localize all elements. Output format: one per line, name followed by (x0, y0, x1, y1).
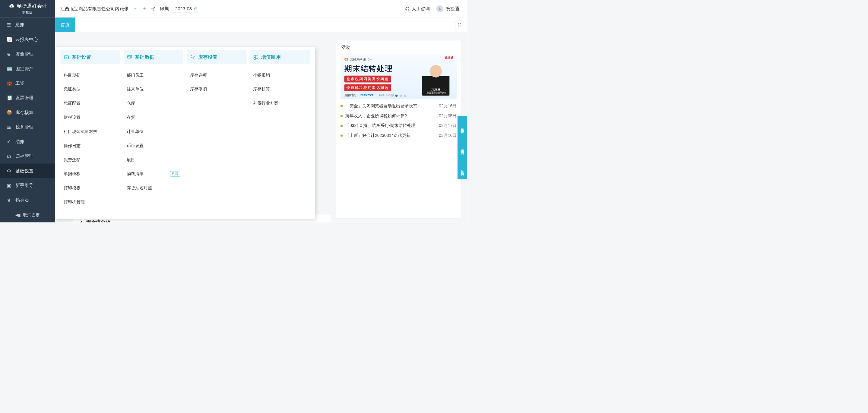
banner-pill-2: 快速解决税期常见问题 (344, 85, 391, 91)
mega-item[interactable]: 打印模板 (60, 181, 120, 195)
mega-item[interactable]: 打印机管理 (60, 195, 120, 209)
svg-rect-2 (194, 7, 197, 10)
mega-head: 库存设置 (187, 50, 247, 64)
banner-brand-logo: 畅捷通 (444, 56, 453, 60)
mega-item[interactable]: 外贸行业方案 (250, 96, 310, 110)
sidebar-item-report-center[interactable]: 📈云报表中心 (0, 32, 55, 47)
tabs-row: 首页 (55, 18, 467, 32)
svg-text:¥: ¥ (66, 56, 67, 59)
mega-head: 基础数据 (124, 50, 184, 64)
mega-item[interactable]: 库存期初 (187, 82, 247, 96)
brand-logo: ¥ 畅捷通好会计 旗舰版 (0, 0, 55, 18)
mega-item[interactable]: 小畅报销 (250, 68, 310, 82)
activity-banner[interactable]: 03 结账系列课（一） 期末结转处理 盘点税期四类高发问题 快速解决税期常见问题… (341, 54, 457, 99)
news-item[interactable]: 「上新」好会计20230314迭代更新 03月16日 (341, 133, 457, 138)
bullet-icon (341, 115, 343, 117)
sidebar-item-archive[interactable]: 🗂归档管理 (0, 149, 55, 163)
mega-item[interactable]: 库存核算 (250, 82, 310, 96)
topbar-right: 人工咨询 畅捷通 (405, 5, 467, 12)
user-name: 畅捷通 (446, 6, 459, 12)
sidebar-item-guide[interactable]: ▣新手引导 (0, 178, 55, 193)
mega-item[interactable]: 物料清单列表 (124, 167, 184, 181)
period-picker[interactable]: 2023-03 (172, 5, 199, 12)
sidebar-item-funds[interactable]: ⊕资金管理 (0, 47, 55, 61)
brand-name: 畅捷通好会计 (17, 3, 47, 9)
news-item[interactable]: 「0321直播」结账系列-期末结转处理 03月17日 (341, 123, 457, 128)
chevron-down-icon (133, 7, 136, 10)
brand-edition: 旗舰版 (22, 10, 33, 15)
check-icon: ✔ (7, 139, 11, 145)
sidebar-item-inventory[interactable]: 📦库存核算 (0, 105, 55, 120)
float-shortcut-button[interactable]: 桌面快捷 (458, 137, 467, 158)
bullet-icon (341, 105, 343, 107)
speaker-photo: 冯慧琳 （畅捷通资深咨询师） (422, 63, 450, 96)
svg-point-1 (153, 8, 154, 9)
sidebar-item-fixed-assets[interactable]: 🏢固定资产 (0, 61, 55, 76)
banner-time: 直播时间： 2023/03/21 （14:00-15:00） (344, 93, 419, 97)
fullscreen-button[interactable] (455, 21, 464, 29)
support-button[interactable]: 人工咨询 (405, 6, 430, 12)
period-block: 账期 2023-03 (160, 5, 199, 12)
mega-item[interactable]: 计量单位 (124, 125, 184, 139)
mega-item[interactable]: 币种设置 (124, 139, 184, 153)
carousel-dots[interactable] (391, 95, 406, 97)
activity-title: 活动 (341, 44, 457, 50)
company-selector[interactable]: 江西服宝精品有限责任公司内账张 (55, 6, 142, 12)
mega-item[interactable]: 凭证配置 (60, 96, 120, 110)
activity-panel: 活动 03 结账系列课（一） 期末结转处理 盘点税期四类高发问题 快速解决税期常… (336, 40, 461, 218)
tab-home[interactable]: 首页 (55, 18, 75, 32)
news-item[interactable]: 「安全」关闭浏览器自动退出登录状态 02月16日 (341, 103, 457, 109)
sidebar-item-vip[interactable]: ♛畅会员 (0, 193, 55, 208)
sidebar-item-invoice[interactable]: 🧾发票管理 (0, 90, 55, 105)
float-follow-button[interactable]: 关注有礼 (458, 158, 467, 179)
sidebar-item-basic-settings[interactable]: ⚙基础设置 (0, 164, 55, 178)
mega-item[interactable]: 项目 (124, 153, 184, 167)
settings-group-icon: ¥ (64, 55, 69, 60)
mega-item[interactable]: 账套迁移 (60, 153, 120, 167)
bullet-icon (341, 134, 343, 137)
main-area: Icon 暂无 Icon 暂无 Icon 暂无 设置 (55, 32, 467, 222)
company-name: 江西服宝精品有限责任公司内账张 (60, 6, 128, 12)
play-icon: ▣ (7, 183, 11, 188)
mega-item[interactable]: 科目期初 (60, 68, 120, 82)
sidebar-unpin-button[interactable]: ◀▮ 取消固定 (0, 208, 55, 222)
data-group-icon (127, 55, 132, 60)
mega-col-value-added: 增值应用 小畅报销 库存核算 外贸行业方案 (248, 47, 311, 214)
sidebar-item-tax[interactable]: ⚖税务管理 (0, 120, 55, 134)
list-tag: 列表 (170, 171, 180, 177)
mega-item[interactable]: 往来单位 (124, 82, 184, 96)
mega-item[interactable]: 部门员工 (124, 68, 184, 82)
mega-item[interactable]: 存货 (124, 110, 184, 125)
headset-icon (405, 6, 410, 11)
mega-item[interactable]: 存货别名对照 (124, 181, 184, 195)
mega-menu: ¥ 基础设置 科目期初 凭证类型 凭证配置 财税设置 科目现金流量对照 操作日志… (55, 47, 315, 219)
period-value: 2023-03 (175, 6, 192, 11)
user-menu[interactable]: 畅捷通 (436, 5, 459, 12)
sidebar-item-salary[interactable]: 💼工资 (0, 76, 55, 90)
ledger-icon: ☰ (7, 22, 11, 27)
news-list: 「安全」关闭浏览器自动退出登录状态 02月16日 跨年收入，企业所得税如何计算?… (341, 103, 457, 138)
sidebar-item-close-period[interactable]: ✔结账 (0, 134, 55, 149)
float-import-button[interactable]: 立即导账 (458, 116, 467, 137)
sidebar-item-general-ledger[interactable]: ☰总账 (0, 18, 55, 32)
period-label: 账期 (160, 6, 169, 12)
mega-item[interactable]: 财税设置 (60, 110, 120, 125)
mega-item[interactable]: 操作日志 (60, 139, 120, 153)
mega-item[interactable]: 仓库 (124, 96, 184, 110)
mega-item[interactable]: 库存选项 (187, 68, 247, 82)
invoice-icon: 🧾 (7, 95, 11, 101)
svg-rect-12 (254, 55, 255, 57)
add-company-button[interactable] (142, 6, 146, 11)
banner-tag: 03 结账系列课（一） (344, 57, 419, 62)
svg-rect-6 (81, 221, 82, 222)
svg-rect-14 (254, 58, 255, 59)
mega-item[interactable]: 科目现金流量对照 (60, 125, 120, 139)
mega-item[interactable]: 单据模板 (60, 167, 120, 181)
svg-rect-10 (128, 56, 132, 58)
svg-point-11 (128, 56, 129, 57)
company-settings-button[interactable] (151, 6, 156, 11)
mega-item[interactable]: 凭证类型 (60, 82, 120, 96)
content-area: 首页 Icon 暂无 Icon 暂无 Icon 暂无 (55, 18, 467, 222)
news-item[interactable]: 跨年收入，企业所得税如何计算? 02月05日 (341, 113, 457, 119)
box-icon: 📦 (7, 110, 11, 115)
